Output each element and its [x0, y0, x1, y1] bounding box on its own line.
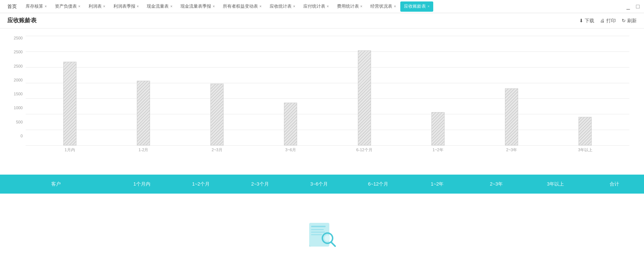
bar-group-6	[505, 88, 518, 145]
x-labels: 1月内1-2月2~3月3~6月6-12个月1~2年2~3年3年以上	[26, 147, 629, 153]
th-cell-6: 1~2年	[408, 181, 467, 187]
tab-expense-stats[interactable]: 费用统计表 ×	[333, 1, 366, 12]
tab-profit[interactable]: 利润表 ×	[85, 1, 109, 12]
x-label-1: 1-2月	[132, 147, 154, 153]
tab-operations[interactable]: 经营状况表 ×	[367, 1, 400, 12]
tab-inventory[interactable]: 库存核算 ×	[22, 1, 50, 12]
tab-cashflow-quarterly[interactable]: 现金流量表季报 ×	[177, 1, 218, 12]
tab-cashflow[interactable]: 现金流量表 ×	[143, 1, 176, 12]
svg-line-7	[331, 242, 335, 246]
svg-rect-4	[311, 234, 322, 235]
x-label-7: 3年以上	[574, 147, 596, 153]
y-label-2000: 2000	[14, 78, 23, 82]
bar-7	[579, 117, 592, 145]
x-label-3: 3~6月	[280, 147, 302, 153]
tab-bar-actions: ⎯ □	[625, 3, 641, 10]
th-cell-1: 1个月内	[112, 181, 171, 187]
tab-bar: 首页 库存核算 × 资产负债表 × 利润表 × 利润表季报 × 现金流量表 × …	[0, 0, 644, 13]
close-profit-quarterly-icon[interactable]: ×	[137, 4, 139, 8]
main-content: 2500 2500 2500 2000 1500 1000 500 0	[0, 28, 644, 263]
th-cell-5: 6~12个月	[349, 181, 408, 187]
tab-profit-quarterly[interactable]: 利润表季报 ×	[110, 1, 143, 12]
tab-balance[interactable]: 资产负债表 ×	[51, 1, 84, 12]
y-label-500: 500	[16, 120, 23, 124]
refresh-icon: ↻	[622, 18, 626, 23]
bar-group-1	[137, 81, 150, 145]
print-button[interactable]: 🖨 打印	[600, 18, 616, 24]
th-cell-7: 2~3年	[467, 181, 526, 187]
close-cashflow-quarterly-icon[interactable]: ×	[213, 4, 215, 8]
y-axis: 2500 2500 2500 2000 1500 1000 500 0	[7, 36, 26, 145]
bar-2	[210, 84, 224, 145]
page-actions: ⬇ 下载 🖨 打印 ↻ 刷新	[579, 18, 637, 24]
close-operations-icon[interactable]: ×	[394, 4, 396, 8]
bars-row	[26, 36, 629, 145]
x-label-0: 1月内	[59, 147, 81, 153]
table-header: 客户1个月内1~2个月2~3个月3~6个月6~12个月1~2年2~3年3年以上合…	[0, 175, 644, 194]
bar-1	[137, 81, 150, 145]
y-label-2500a: 2500	[14, 36, 23, 40]
refresh-button[interactable]: ↻ 刷新	[622, 18, 637, 24]
x-label-2: 2~3月	[206, 147, 228, 153]
grid-line-8	[26, 145, 629, 146]
x-label-4: 6-12个月	[353, 147, 375, 153]
chart-inner: 1月内1-2月2~3月3~6月6-12个月1~2年2~3年3年以上	[26, 36, 629, 153]
empty-icon	[304, 216, 340, 252]
bar-group-2	[210, 84, 224, 145]
maximize-icon[interactable]: □	[634, 3, 641, 10]
close-balance-icon[interactable]: ×	[78, 4, 80, 8]
bar-5	[431, 112, 445, 145]
th-cell-3: 2~3个月	[231, 181, 289, 187]
svg-rect-1	[311, 226, 326, 227]
bar-group-0	[63, 62, 76, 145]
svg-rect-3	[311, 232, 325, 233]
y-label-2500b: 2500	[14, 50, 23, 54]
bar-6	[505, 88, 518, 145]
bar-3	[284, 103, 297, 145]
tab-ap-stats[interactable]: 应付统计表 ×	[300, 1, 333, 12]
y-label-1000: 1000	[14, 106, 23, 110]
download-icon: ⬇	[579, 18, 583, 23]
y-label-1500: 1500	[14, 92, 23, 96]
th-cell-0: 客户	[0, 181, 112, 187]
y-label-0: 0	[20, 134, 23, 138]
page-title: 应收账龄表	[7, 17, 37, 24]
y-label-2500c: 2500	[14, 64, 23, 68]
close-ar-aging-icon[interactable]: ×	[427, 4, 430, 8]
tab-home[interactable]: 首页	[3, 3, 21, 10]
tab-equity[interactable]: 所有者权益变动表 ×	[219, 1, 265, 12]
bar-group-5	[431, 112, 445, 145]
chart-area: 2500 2500 2500 2000 1500 1000 500 0	[0, 28, 644, 175]
download-button[interactable]: ⬇ 下载	[579, 18, 594, 24]
empty-state	[0, 194, 644, 263]
bar-0	[63, 62, 76, 145]
x-label-5: 1~2年	[427, 147, 449, 153]
th-cell-8: 3年以上	[526, 181, 585, 187]
close-profit-icon[interactable]: ×	[103, 4, 105, 8]
page-header: 应收账龄表 ⬇ 下载 🖨 打印 ↻ 刷新	[0, 13, 644, 28]
close-ar-stats-icon[interactable]: ×	[293, 4, 295, 8]
svg-point-6	[325, 235, 330, 241]
bar-4	[358, 50, 371, 145]
tab-ar-stats[interactable]: 应收统计表 ×	[266, 1, 299, 12]
bar-group-4	[358, 50, 371, 145]
chart-container: 2500 2500 2500 2000 1500 1000 500 0	[7, 36, 629, 160]
th-cell-4: 3~6个月	[289, 181, 348, 187]
svg-rect-2	[311, 229, 324, 230]
th-cell-9: 合计	[585, 181, 644, 187]
print-icon: 🖨	[600, 18, 605, 23]
th-cell-2: 1~2个月	[171, 181, 230, 187]
minimize-icon[interactable]: ⎯	[625, 3, 632, 10]
close-cashflow-icon[interactable]: ×	[170, 4, 172, 8]
x-label-6: 2~3年	[501, 147, 523, 153]
tab-ar-aging[interactable]: 应收账龄表 ×	[400, 1, 433, 12]
close-equity-icon[interactable]: ×	[259, 4, 262, 8]
close-ap-stats-icon[interactable]: ×	[327, 4, 329, 8]
close-inventory-icon[interactable]: ×	[45, 4, 47, 8]
bar-group-3	[284, 103, 297, 145]
bar-group-7	[579, 117, 592, 145]
close-expense-stats-icon[interactable]: ×	[360, 4, 363, 8]
